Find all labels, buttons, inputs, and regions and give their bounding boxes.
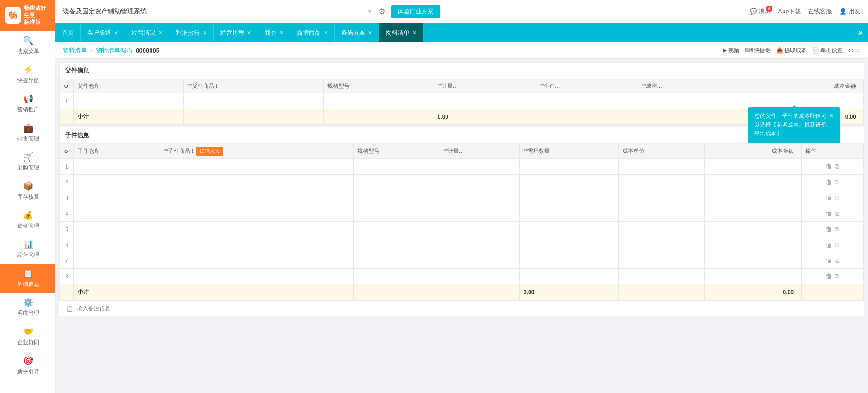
child-unit-cell[interactable] (440, 175, 519, 190)
child-unit-cell[interactable] (440, 222, 519, 237)
child-product-cell[interactable] (160, 206, 353, 222)
child-product-cell[interactable] (160, 222, 353, 237)
tab-profit-close[interactable]: ✕ (203, 30, 207, 36)
breadcrumb-list[interactable]: 物料清单 (63, 46, 87, 54)
single-setting-action[interactable]: 📄 单据设置 (812, 47, 843, 54)
child-unit-cell[interactable] (440, 206, 519, 222)
scan-button[interactable]: 扫码录入 (196, 147, 223, 156)
delete-icon[interactable]: 🗑 (826, 225, 832, 233)
sidebar-item-sales[interactable]: 💼 销售管理 (0, 118, 55, 147)
child-spec-cell[interactable] (354, 222, 440, 237)
sidebar-item-guide[interactable]: 🎯 新手引导 (0, 351, 55, 380)
copy-icon[interactable]: ⧉ (835, 163, 839, 170)
delete-icon[interactable]: 🗑 (826, 241, 832, 249)
sidebar-item-operations[interactable]: 📊 经营管理 (0, 235, 55, 264)
delete-icon[interactable]: 🗑 (826, 272, 832, 280)
child-cost-amount-cell[interactable] (705, 159, 802, 175)
sidebar-item-quicknav[interactable]: ⚡ 快捷导航 (0, 60, 55, 89)
message-badge[interactable]: 💬 消息 6 (750, 7, 771, 16)
child-spec-cell[interactable] (354, 175, 440, 190)
delete-icon[interactable]: 🗑 (826, 257, 832, 265)
child-warehouse-cell[interactable] (74, 222, 160, 237)
sidebar-item-search[interactable]: 🔍 搜索菜单 (0, 31, 55, 60)
parent-cost-amount-cell[interactable] (740, 93, 864, 109)
child-cost-amount-cell[interactable] (705, 222, 802, 237)
child-unit-cost-cell[interactable] (618, 222, 705, 237)
child-unit-cost-cell[interactable] (618, 237, 705, 253)
child-unit-cost-cell[interactable] (618, 159, 705, 175)
child-warehouse-cell[interactable] (74, 159, 160, 175)
tab-operations[interactable]: 经营情况 ✕ (125, 23, 169, 42)
child-unit-cell[interactable] (440, 159, 519, 175)
prev-arrow[interactable]: ‹ (848, 47, 850, 54)
tab-home[interactable]: 首页 (55, 23, 81, 42)
child-qty-cell[interactable] (520, 253, 619, 269)
copy-icon[interactable]: ⧉ (835, 257, 839, 265)
parent-unit-cell[interactable] (434, 93, 536, 109)
sidebar-item-marketing[interactable]: 📢 营销推广 (0, 89, 55, 118)
child-warehouse-cell[interactable] (74, 175, 160, 190)
copy-icon[interactable]: ⧉ (835, 178, 839, 186)
next-arrow[interactable]: › (852, 47, 854, 54)
child-qty-cell[interactable] (520, 269, 619, 284)
hint-text[interactable]: 输入备注信息 (77, 305, 110, 313)
copy-icon[interactable]: ⧉ (835, 241, 839, 249)
child-product-cell[interactable] (160, 237, 353, 253)
parent-spec-cell[interactable] (324, 93, 434, 109)
parent-cost-cell[interactable] (638, 93, 740, 109)
tab-customer[interactable]: 客户联络 ✕ (81, 23, 125, 42)
sidebar-item-corp[interactable]: 🤝 企业协同 (0, 322, 55, 351)
child-col-gear[interactable]: ⚙ (60, 144, 74, 159)
sidebar-item-inventory[interactable]: 📦 库存核算 (0, 176, 55, 206)
delete-icon[interactable]: 🗑 (826, 163, 832, 170)
copy-icon[interactable]: ⧉ (835, 210, 839, 218)
child-product-cell[interactable] (160, 190, 353, 206)
child-unit-cell[interactable] (440, 269, 519, 284)
child-cost-amount-cell[interactable] (705, 175, 802, 190)
child-cost-amount-cell[interactable] (705, 206, 802, 222)
user-avatar[interactable]: 👤 用友 (839, 7, 861, 16)
child-qty-cell[interactable] (520, 175, 619, 190)
child-unit-cell[interactable] (440, 253, 519, 269)
child-warehouse-cell[interactable] (74, 237, 160, 253)
shortcut-action[interactable]: ⌨ 快捷键 (745, 47, 771, 54)
delete-icon[interactable]: 🗑 (826, 178, 832, 186)
child-unit-cost-cell[interactable] (618, 206, 705, 222)
child-unit-cell[interactable] (440, 190, 519, 206)
tab-barcode-close[interactable]: ✕ (368, 30, 372, 36)
tab-profit[interactable]: 利润报告 ✕ (169, 23, 214, 42)
delete-icon[interactable]: 🗑 (826, 194, 832, 202)
copy-icon[interactable]: ⧉ (835, 194, 839, 202)
child-spec-cell[interactable] (354, 237, 440, 253)
tab-customer-close[interactable]: ✕ (114, 30, 118, 36)
tooltip-close-button[interactable]: ✕ (829, 112, 834, 121)
child-product-cell[interactable] (160, 253, 353, 269)
child-spec-cell[interactable] (354, 206, 440, 222)
child-unit-cost-cell[interactable] (618, 253, 705, 269)
child-qty-cell[interactable] (520, 237, 619, 253)
tab-products[interactable]: 商品 ✕ (258, 23, 290, 42)
child-warehouse-cell[interactable] (74, 253, 160, 269)
child-unit-cost-cell[interactable] (618, 269, 705, 284)
child-qty-cell[interactable] (520, 206, 619, 222)
child-qty-cell[interactable] (520, 190, 619, 206)
tab-products-close[interactable]: ✕ (279, 30, 283, 36)
child-cost-amount-cell[interactable] (705, 253, 802, 269)
tab-history-close[interactable]: ✕ (247, 30, 251, 36)
tab-history[interactable]: 经营历程 ✕ (214, 23, 258, 42)
child-unit-cost-cell[interactable] (618, 175, 705, 190)
sidebar-item-finance[interactable]: 💰 资金管理 (0, 206, 55, 235)
copy-icon[interactable]: ⧉ (835, 272, 839, 280)
view-action[interactable]: ▶ 视频 (723, 47, 739, 54)
app-download-link[interactable]: App下载 (778, 7, 801, 16)
child-spec-cell[interactable] (354, 253, 440, 269)
menu-icon[interactable]: ☰ (856, 47, 861, 54)
child-product-cell[interactable] (160, 269, 353, 284)
parent-col-gear[interactable]: ⚙ (60, 79, 74, 93)
online-service-link[interactable]: 在线客服 (808, 7, 832, 16)
child-cost-amount-cell[interactable] (705, 190, 802, 206)
tab-new-product[interactable]: 新增商品 ✕ (290, 23, 335, 42)
child-spec-cell[interactable] (354, 190, 440, 206)
child-warehouse-cell[interactable] (74, 190, 160, 206)
child-cost-amount-cell[interactable] (705, 269, 802, 284)
